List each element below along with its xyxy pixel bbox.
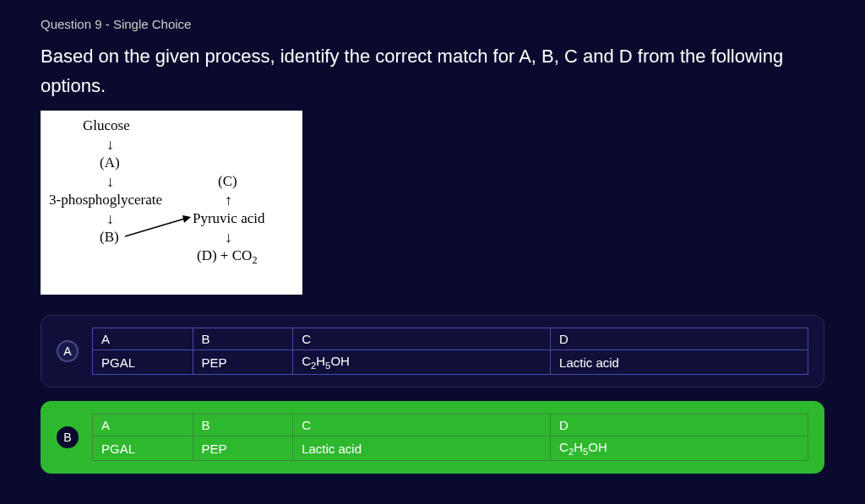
- arrow-down-icon: ↓: [106, 173, 114, 191]
- value-a: PGAL: [93, 436, 193, 461]
- value-d: Lactic acid: [551, 350, 808, 375]
- arrow-up-icon: ↑: [225, 192, 232, 209]
- arrow-down-icon: ↓: [225, 229, 232, 247]
- header-d: D: [551, 415, 808, 436]
- header-b: B: [193, 415, 293, 436]
- option-b[interactable]: B A B C D PGAL PEP Lactic acid C2H5OH: [41, 401, 824, 474]
- value-d: C2H5OH: [551, 436, 808, 461]
- diagram-label-c: (C): [218, 173, 237, 190]
- value-c: C2H5OH: [293, 350, 551, 375]
- option-a[interactable]: A A B C D PGAL PEP C2H5OH Lactic acid: [41, 315, 824, 387]
- svg-line-0: [125, 218, 188, 236]
- question-number: Question 9 - Single Choice: [41, 17, 824, 31]
- header-c: C: [293, 415, 551, 436]
- arrow-down-icon: ↓: [106, 136, 114, 154]
- diagram-pyruvic: Pyruvic acid: [193, 210, 264, 227]
- option-b-table: A B C D PGAL PEP Lactic acid C2H5OH: [92, 414, 808, 461]
- header-a: A: [93, 328, 193, 350]
- process-diagram: Glucose ↓ (A) ↓ 3-phosphoglycerate ↓ (B)…: [41, 111, 302, 295]
- arrow-down-icon: ↓: [106, 210, 114, 228]
- header-b: B: [193, 328, 293, 350]
- arrow-diagonal-icon: [123, 214, 193, 238]
- diagram-label-a: (A): [100, 154, 120, 171]
- option-badge-a: A: [57, 340, 79, 362]
- header-c: C: [293, 328, 551, 350]
- option-a-table: A B C D PGAL PEP C2H5OH Lactic acid: [92, 328, 808, 375]
- diagram-label-d: (D) + CO2: [197, 247, 258, 267]
- option-badge-b: B: [57, 426, 79, 448]
- diagram-label-b: (B): [100, 229, 119, 246]
- value-b: PEP: [193, 350, 293, 375]
- value-b: PEP: [193, 436, 293, 461]
- value-c: Lactic acid: [293, 436, 551, 461]
- diagram-glucose: Glucose: [83, 117, 130, 134]
- question-text: Based on the given process, identify the…: [41, 41, 824, 100]
- value-a: PGAL: [93, 350, 193, 375]
- svg-marker-1: [182, 215, 191, 223]
- header-d: D: [551, 328, 808, 350]
- header-a: A: [93, 415, 193, 436]
- diagram-phosphoglycerate: 3-phosphoglycerate: [49, 192, 162, 209]
